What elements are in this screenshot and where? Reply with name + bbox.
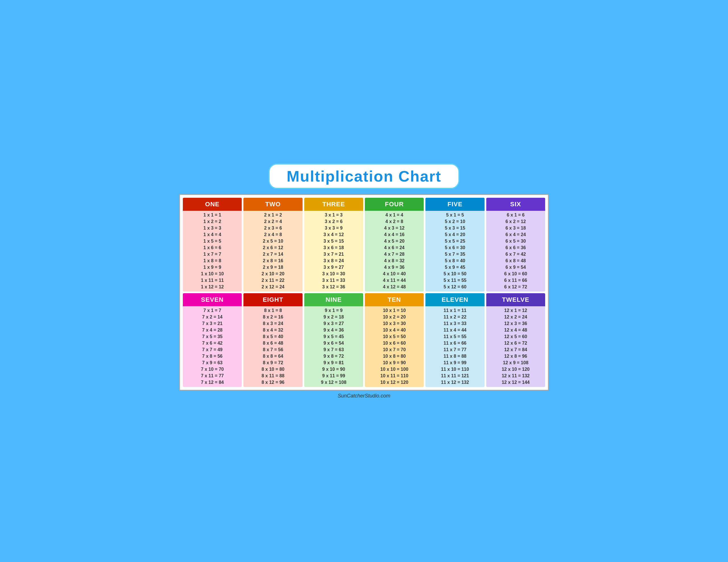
table-row: 3 x 4 = 12 <box>306 232 361 238</box>
table-row: 1 x 3 = 3 <box>185 225 240 232</box>
table-row: 2 x 11 = 22 <box>245 277 301 284</box>
header-ten: TEN <box>365 293 424 306</box>
table-row: 4 x 11 = 44 <box>367 277 422 284</box>
table-row: 5 x 4 = 20 <box>427 232 483 238</box>
table-row: 4 x 2 = 8 <box>367 219 422 225</box>
table-row: 6 x 6 = 36 <box>488 245 543 251</box>
table-row: 10 x 2 = 20 <box>367 314 422 320</box>
table-row: 4 x 3 = 12 <box>367 225 422 232</box>
header-four: FOUR <box>365 198 424 211</box>
table-row: 3 x 6 = 18 <box>306 245 361 251</box>
chart-outer: ONE1 x 1 = 11 x 2 = 21 x 3 = 31 x 4 = 41… <box>179 194 549 391</box>
body-two: 2 x 1 = 22 x 2 = 42 x 3 = 62 x 4 = 82 x … <box>243 211 302 291</box>
table-row: 12 x 6 = 72 <box>488 340 543 347</box>
table-row: 3 x 8 = 24 <box>306 258 361 264</box>
title-box: Multiplication Chart <box>268 163 460 189</box>
table-row: 6 x 2 = 12 <box>488 219 543 225</box>
table-row: 11 x 1 = 11 <box>427 307 483 314</box>
table-row: 7 x 7 = 49 <box>185 347 240 353</box>
table-row: 7 x 1 = 7 <box>185 307 240 314</box>
table-row: 9 x 12 = 108 <box>306 379 361 386</box>
table-row: 11 x 9 = 99 <box>427 360 483 366</box>
table-row: 5 x 10 = 50 <box>427 271 483 277</box>
table-row: 2 x 2 = 4 <box>245 219 301 225</box>
table-row: 8 x 6 = 48 <box>245 340 301 347</box>
table-row: 9 x 11 = 99 <box>306 373 361 379</box>
body-eight: 8 x 1 = 88 x 2 = 168 x 3 = 248 x 4 = 328… <box>243 306 302 387</box>
table-row: 8 x 7 = 56 <box>245 347 301 353</box>
header-six: SIX <box>486 198 545 211</box>
table-row: 6 x 9 = 54 <box>488 264 543 271</box>
table-row: 2 x 3 = 6 <box>245 225 301 232</box>
table-row: 12 x 3 = 36 <box>488 320 543 327</box>
body-one: 1 x 1 = 11 x 2 = 21 x 3 = 31 x 4 = 41 x … <box>183 211 242 291</box>
body-six: 6 x 1 = 66 x 2 = 126 x 3 = 186 x 4 = 246… <box>486 211 545 291</box>
table-row: 6 x 8 = 48 <box>488 258 543 264</box>
header-two: TWO <box>243 198 302 211</box>
table-row: 6 x 10 = 60 <box>488 271 543 277</box>
title-container: Multiplication Chart <box>179 163 549 189</box>
table-row: 5 x 3 = 15 <box>427 225 483 232</box>
table-row: 8 x 12 = 96 <box>245 379 301 386</box>
table-row: 9 x 9 = 81 <box>306 360 361 366</box>
table-row: 12 x 11 = 132 <box>488 373 543 379</box>
table-row: 8 x 1 = 8 <box>245 307 301 314</box>
column-four: FOUR4 x 1 = 44 x 2 = 84 x 3 = 124 x 4 = … <box>365 198 424 291</box>
table-row: 1 x 8 = 8 <box>185 258 240 264</box>
table-row: 5 x 11 = 55 <box>427 277 483 284</box>
table-row: 3 x 9 = 27 <box>306 264 361 271</box>
table-row: 10 x 12 = 120 <box>367 379 422 386</box>
body-five: 5 x 1 = 55 x 2 = 105 x 3 = 155 x 4 = 205… <box>425 211 484 291</box>
table-row: 5 x 7 = 35 <box>427 251 483 258</box>
table-row: 9 x 3 = 27 <box>306 320 361 327</box>
column-twelve: TWELVE12 x 1 = 1212 x 2 = 2412 x 3 = 361… <box>486 293 545 387</box>
table-row: 5 x 6 = 30 <box>427 245 483 251</box>
column-eight: EIGHT8 x 1 = 88 x 2 = 168 x 3 = 248 x 4 … <box>243 293 302 387</box>
table-row: 1 x 4 = 4 <box>185 232 240 238</box>
table-row: 11 x 8 = 88 <box>427 353 483 360</box>
table-row: 5 x 9 = 45 <box>427 264 483 271</box>
header-twelve: TWELVE <box>486 293 545 306</box>
table-row: 3 x 7 = 21 <box>306 251 361 258</box>
table-row: 9 x 6 = 54 <box>306 340 361 347</box>
table-row: 9 x 5 = 45 <box>306 333 361 340</box>
table-row: 8 x 8 = 64 <box>245 353 301 360</box>
table-row: 10 x 6 = 60 <box>367 340 422 347</box>
table-row: 8 x 10 = 80 <box>245 366 301 373</box>
table-row: 12 x 4 = 48 <box>488 327 543 333</box>
table-row: 8 x 9 = 72 <box>245 360 301 366</box>
table-row: 8 x 2 = 16 <box>245 314 301 320</box>
table-row: 3 x 3 = 9 <box>306 225 361 232</box>
table-row: 7 x 8 = 56 <box>185 353 240 360</box>
table-row: 12 x 10 = 120 <box>488 366 543 373</box>
table-row: 4 x 10 = 40 <box>367 271 422 277</box>
table-row: 12 x 5 = 60 <box>488 333 543 340</box>
table-row: 9 x 7 = 63 <box>306 347 361 353</box>
table-row: 12 x 8 = 96 <box>488 353 543 360</box>
header-eleven: ELEVEN <box>425 293 484 306</box>
column-five: FIVE5 x 1 = 55 x 2 = 105 x 3 = 155 x 4 =… <box>425 198 484 291</box>
table-row: 7 x 11 = 77 <box>185 373 240 379</box>
table-row: 3 x 5 = 15 <box>306 238 361 245</box>
column-eleven: ELEVEN11 x 1 = 1111 x 2 = 2211 x 3 = 331… <box>425 293 484 387</box>
table-row: 3 x 2 = 6 <box>306 219 361 225</box>
table-row: 4 x 8 = 32 <box>367 258 422 264</box>
table-row: 1 x 6 = 6 <box>185 245 240 251</box>
table-row: 11 x 7 = 77 <box>427 347 483 353</box>
table-row: 7 x 6 = 42 <box>185 340 240 347</box>
table-row: 2 x 7 = 14 <box>245 251 301 258</box>
table-row: 6 x 3 = 18 <box>488 225 543 232</box>
table-row: 8 x 4 = 32 <box>245 327 301 333</box>
column-seven: SEVEN7 x 1 = 77 x 2 = 147 x 3 = 217 x 4 … <box>183 293 242 387</box>
table-row: 4 x 4 = 16 <box>367 232 422 238</box>
table-row: 5 x 5 = 25 <box>427 238 483 245</box>
header-eight: EIGHT <box>243 293 302 306</box>
table-row: 8 x 3 = 24 <box>245 320 301 327</box>
table-row: 10 x 3 = 30 <box>367 320 422 327</box>
table-row: 10 x 4 = 40 <box>367 327 422 333</box>
table-row: 1 x 1 = 1 <box>185 212 240 219</box>
table-row: 9 x 2 = 18 <box>306 314 361 320</box>
table-row: 5 x 12 = 60 <box>427 284 483 290</box>
table-row: 8 x 11 = 88 <box>245 373 301 379</box>
table-row: 9 x 8 = 72 <box>306 353 361 360</box>
